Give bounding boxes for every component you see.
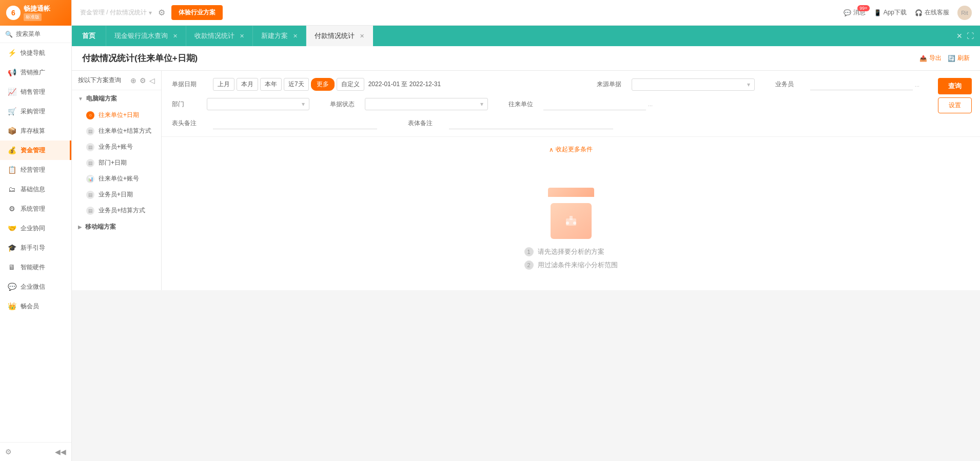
date-btn-custom[interactable]: 自定义 [337, 78, 364, 91]
partner-input-group: ... [543, 98, 653, 110]
scheme-item-salesperson-date[interactable]: ▤ 业务员+日期 [72, 187, 161, 203]
scheme-category-desktop[interactable]: ▼ 电脑端方案 [72, 90, 161, 107]
partner-dots[interactable]: ... [648, 101, 653, 107]
tab-new-scheme[interactable]: 新建方案 ✕ [253, 26, 306, 46]
footer-settings-icon[interactable]: ⚙ [5, 448, 12, 456]
refresh-icon: 🔄 [948, 55, 955, 62]
wechat-icon: 💬 [7, 282, 16, 291]
topbar-message[interactable]: 💬 消息 99+ [844, 8, 866, 17]
date-btn-last-month[interactable]: 上月 [213, 78, 234, 91]
refresh-btn[interactable]: 🔄 刷新 [948, 54, 970, 63]
scheme-item-partner-settlement[interactable]: ▤ 往来单位+结算方式 [72, 123, 161, 139]
sidebar-item-capital[interactable]: 💰 资金管理 [0, 141, 71, 160]
user-avatar[interactable]: Rit [957, 6, 972, 20]
page-header: 付款情况统计(往来单位+日期) 📤 导出 🔄 刷新 [72, 46, 980, 71]
sidebar-item-system[interactable]: ⚙ 系统管理 [0, 199, 71, 218]
sidebar-item-marketing[interactable]: 📢 营销推广 [0, 63, 71, 82]
tab-close-all-icon[interactable]: ✕ [956, 32, 963, 40]
sidebar-item-collab[interactable]: 🤝 企业协同 [0, 218, 71, 238]
topbar-online-service[interactable]: 🎧 在线客服 [915, 8, 949, 17]
scheme-category-mobile[interactable]: ▶ 移动端方案 [72, 218, 161, 235]
salesperson-field: 业务员 ... [775, 78, 919, 90]
breadcrumb-path: 资金管理 / 付款情况统计 [80, 8, 147, 17]
trial-btn[interactable]: 体验行业方案 [171, 5, 223, 20]
scheme-add-icon[interactable]: ⊕ [130, 76, 136, 85]
sidebar-item-basic[interactable]: 🗂 基础信息 [0, 179, 71, 199]
tab-payment-close[interactable]: ✕ [360, 33, 364, 39]
salesperson-input[interactable] [810, 78, 913, 90]
date-btn-last-7[interactable]: 近7天 [284, 78, 309, 91]
scheme-item-salesperson-account[interactable]: ▤ 业务员+账号 [72, 139, 161, 155]
inventory-icon: 📦 [7, 126, 16, 135]
collapse-icon: ∧ [549, 146, 554, 153]
scheme-item-icon-table2: ▤ [86, 143, 94, 151]
search-menu-btn[interactable]: 🔍 搜索菜单 [5, 30, 66, 38]
source-select[interactable]: ▾ [632, 78, 755, 91]
export-btn[interactable]: 📤 导出 [919, 54, 942, 63]
sidebar-footer: ⚙ ◀◀ [0, 442, 71, 461]
sidebar-search-section[interactable]: 🔍 搜索菜单 [0, 26, 71, 43]
sidebar-item-label: 快捷导航 [21, 49, 45, 57]
date-btn-more[interactable]: 更多 [311, 78, 335, 91]
topbar-gear-icon[interactable]: ⚙ [158, 8, 165, 17]
scheme-item-label: 业务员+结算方式 [99, 206, 145, 215]
source-label: 来源单据 [597, 80, 628, 89]
tab-bank[interactable]: 现金银行流水查询 ✕ [106, 26, 186, 46]
desktop-category-label: 电脑端方案 [86, 94, 117, 103]
query-btn[interactable]: 查询 [938, 78, 972, 94]
empty-state: 1 请先选择要分析的方案 2 用过滤条件来缩小分析范围 [524, 183, 618, 270]
sidebar-item-hardware[interactable]: 🖥 智能硬件 [0, 257, 71, 277]
sidebar-item-sales[interactable]: 📈 销售管理 [0, 82, 71, 102]
tab-maximize-icon[interactable]: ⛶ [967, 32, 974, 40]
scheme-collapse-icon[interactable]: ◁ [149, 76, 155, 85]
scheme-item-label: 部门+日期 [99, 158, 127, 167]
sidebar-item-purchase[interactable]: 🛒 采购管理 [0, 102, 71, 121]
scheme-item-label: 往来单位+结算方式 [99, 127, 151, 135]
setting-btn[interactable]: 设置 [938, 97, 972, 113]
sidebar-item-inventory[interactable]: 📦 库存核算 [0, 121, 71, 141]
collapse-more-btn[interactable]: ∧ 收起更多条件 [549, 141, 593, 158]
sidebar-item-label: 营销推广 [21, 68, 45, 77]
partner-input[interactable] [543, 98, 646, 110]
sidebar-item-label: 系统管理 [21, 205, 45, 213]
scheme-item-partner-date[interactable]: ○ 往来单位+日期 [72, 107, 161, 123]
scheme-item-partner-account[interactable]: 📊 往来单位+账号 [72, 171, 161, 187]
date-btn-this-year[interactable]: 本年 [260, 78, 282, 91]
scheme-item-dept-date[interactable]: ▤ 部门+日期 [72, 155, 161, 171]
tab-home[interactable]: 首页 [72, 26, 106, 46]
sidebar-collapse-icon[interactable]: ◀◀ [55, 448, 66, 456]
scheme-item-icon-table5: ▤ [86, 207, 94, 215]
body-note-input[interactable] [449, 117, 613, 129]
service-icon: 🎧 [915, 9, 923, 16]
capital-icon: 💰 [7, 146, 16, 155]
header-note-input[interactable] [213, 117, 377, 129]
filter-right-fields: 来源单据 ▾ 业务员 [597, 78, 919, 91]
partner-field: 往来单位 ... [508, 98, 653, 110]
sidebar-item-wechat[interactable]: 💬 企业微信 [0, 277, 71, 296]
page-header-actions: 📤 导出 🔄 刷新 [919, 54, 970, 63]
sidebar-item-member[interactable]: 👑 畅会员 [0, 296, 71, 316]
export-label: 导出 [929, 54, 942, 63]
source-select-arrow: ▾ [747, 81, 750, 88]
salesperson-dots[interactable]: ... [915, 82, 919, 88]
empty-hint-1: 1 请先选择要分析的方案 [524, 247, 618, 256]
tab-receivable-close[interactable]: ✕ [240, 33, 244, 39]
voucher-status-select[interactable]: ▾ [365, 98, 488, 110]
tab-new-scheme-close[interactable]: ✕ [293, 33, 298, 39]
sidebar-item-quick-nav[interactable]: ⚡ 快捷导航 [0, 43, 71, 63]
department-select[interactable]: ▾ [207, 98, 309, 110]
hint-text-2: 用过滤条件来缩小分析范围 [538, 260, 618, 270]
tab-receivable[interactable]: 收款情况统计 ✕ [186, 26, 253, 46]
topbar-app-download[interactable]: 📱 App下载 [874, 8, 907, 17]
sidebar-item-guide[interactable]: 🎓 新手引导 [0, 238, 71, 257]
scheme-settings-icon[interactable]: ⚙ [140, 76, 146, 85]
sidebar-item-label: 企业协同 [21, 224, 45, 233]
tab-bank-close[interactable]: ✕ [173, 33, 178, 39]
date-btn-this-month[interactable]: 本月 [237, 78, 258, 91]
tab-payment[interactable]: 付款情况统计 ✕ [306, 26, 373, 46]
app-logo: 6 [6, 6, 21, 20]
body-note-label: 表体备注 [408, 119, 439, 128]
voucher-status-arrow: ▾ [480, 101, 483, 108]
scheme-item-salesperson-settlement[interactable]: ▤ 业务员+结算方式 [72, 203, 161, 218]
sidebar-item-operation[interactable]: 📋 经营管理 [0, 160, 71, 179]
